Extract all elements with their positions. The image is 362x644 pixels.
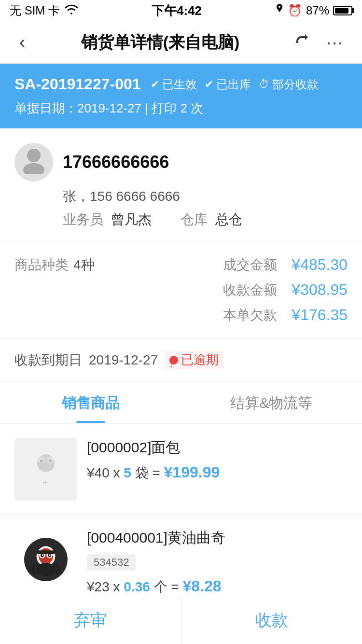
svg-point-15 (42, 555, 43, 556)
svg-point-16 (49, 555, 51, 556)
badge-partial: ⏱ 部分收款 (259, 77, 319, 92)
svg-point-6 (49, 460, 52, 462)
amount-value: ¥485.30 (292, 256, 348, 274)
svg-point-5 (40, 460, 43, 462)
arrears-row: 本单欠款 ¥176.35 (223, 306, 348, 324)
sales-rep: 业务员 曾凡杰 (63, 210, 152, 229)
check-icon-2: ✔ (205, 78, 213, 91)
product-thumbnail-1: + (14, 438, 77, 501)
received-value: ¥308.95 (292, 281, 348, 299)
customer-meta: 业务员 曾凡杰 仓库 总仓 (63, 210, 348, 229)
battery-text: 87% (306, 4, 329, 17)
badge-effective: ✔ 已生效 (151, 77, 197, 92)
clock-icon: ⏱ (259, 78, 269, 91)
product-thumbnail-2 (14, 528, 77, 591)
svg-text:+: + (42, 477, 48, 488)
overdue-badge: ! 已逾期 (165, 350, 223, 369)
back-button[interactable]: ‹ (14, 28, 30, 57)
customer-name: 张，156 6666 6666 (63, 187, 348, 206)
customer-phone: 17666666666 (63, 152, 169, 172)
status-carrier: 无 SIM 卡 (10, 3, 78, 18)
status-indicators: ⏰ 87% (275, 4, 352, 17)
avatar (14, 143, 53, 182)
amount-label: 成交金额 (223, 256, 277, 274)
collect-payment-button[interactable]: 收款 (181, 596, 362, 644)
received-row: 收款金额 ¥308.95 (223, 281, 348, 299)
amounts: 成交金额 ¥485.30 收款金额 ¥308.95 本单欠款 ¥176.35 (223, 256, 348, 324)
avatar-icon (19, 145, 48, 180)
svg-rect-17 (37, 550, 56, 554)
location-icon (275, 4, 284, 17)
bottom-action-bar: 弃审 收款 (0, 596, 362, 644)
arrears-value: ¥176.35 (292, 306, 348, 324)
amount-row: 成交金额 ¥485.30 (223, 256, 348, 274)
nav-bar: ‹ 销货单详情(来自电脑) ··· (0, 21, 362, 64)
stats-section: 商品种类 4种 成交金额 ¥485.30 收款金额 ¥308.95 本单欠款 ¥… (0, 242, 362, 338)
tab-settlement[interactable]: 结算&物流等 (181, 382, 362, 423)
order-id: SA-20191227-001 (14, 75, 141, 93)
due-date-section: 收款到期日 2019-12-27 ! 已逾期 (0, 339, 362, 381)
svg-point-18 (36, 563, 56, 576)
order-badges: ✔ 已生效 ✔ 已出库 ⏱ 部分收款 (151, 77, 319, 92)
warehouse: 仓库 总仓 (181, 210, 242, 229)
product-price-1: ¥40 x 5 袋 = ¥199.99 (87, 463, 348, 482)
check-icon: ✔ (151, 78, 159, 91)
product-sku: 534532 (87, 554, 136, 571)
due-date-value: 2019-12-27 (89, 352, 158, 368)
more-button[interactable]: ··· (322, 28, 348, 56)
product-name-1: [0000002]面包 (87, 438, 348, 458)
product-types: 商品种类 4种 (14, 256, 95, 274)
wifi-icon (65, 4, 78, 17)
nav-actions: ··· (291, 28, 348, 56)
order-header: SA-20191227-001 ✔ 已生效 ✔ 已出库 ⏱ 部分收款 单据日期：… (0, 64, 362, 128)
list-item: + [0000002]面包 ¥40 x 5 袋 = ¥199.99 (0, 424, 362, 515)
received-label: 收款金额 (223, 281, 277, 299)
product-price-2: ¥23 x 0.36 个 = ¥8.28 (87, 577, 348, 596)
product-types-value: 4种 (73, 256, 95, 274)
battery-icon (333, 6, 352, 15)
carrier-text: 无 SIM 卡 (10, 3, 60, 18)
arrears-label: 本单欠款 (223, 306, 277, 324)
reject-button[interactable]: 弃审 (0, 596, 181, 644)
alarm-icon: ⏰ (288, 4, 302, 17)
overdue-text: 已逾期 (181, 351, 219, 368)
status-bar: 无 SIM 卡 下午4:42 ⏰ 87% (0, 0, 362, 21)
product-name-2: [000400001]黄油曲奇 (87, 528, 348, 548)
product-info-1: [0000002]面包 ¥40 x 5 袋 = ¥199.99 (87, 438, 348, 482)
due-date-label: 收款到期日 (14, 351, 82, 369)
share-button[interactable] (291, 29, 313, 55)
svg-point-1 (23, 163, 44, 174)
badge-shipped: ✔ 已出库 (205, 77, 251, 92)
customer-section: 17666666666 张，156 6666 6666 业务员 曾凡杰 仓库 总… (0, 128, 362, 241)
svg-point-0 (27, 149, 41, 162)
status-time: 下午4:42 (152, 2, 202, 19)
product-info-2: [000400001]黄油曲奇 534532 ¥23 x 0.36 个 = ¥8… (87, 528, 348, 596)
page-title: 销货单详情(来自电脑) (81, 31, 240, 54)
overdue-dot-icon: ! (169, 356, 178, 364)
order-meta: 单据日期：2019-12-27 | 打印 2 次 (14, 100, 348, 117)
tab-bar: 销售商品 结算&物流等 (0, 382, 362, 423)
product-types-label: 商品种类 (14, 256, 69, 274)
tab-products[interactable]: 销售商品 (0, 382, 181, 423)
